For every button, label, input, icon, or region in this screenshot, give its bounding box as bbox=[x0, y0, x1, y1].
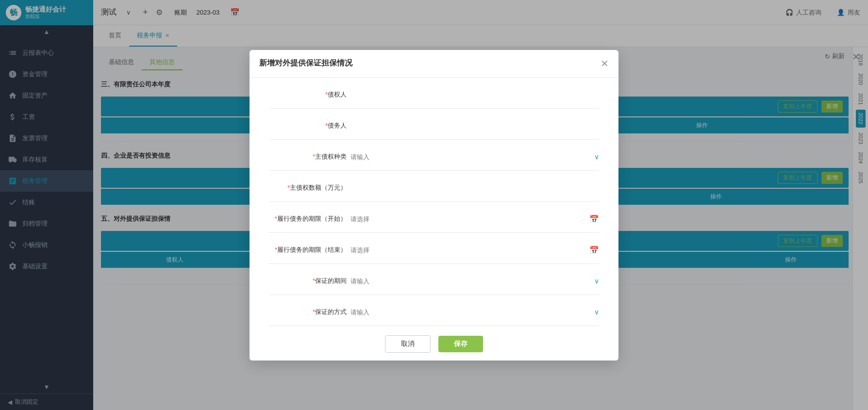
form-row-debt-type: *主债权种类 ∨ bbox=[269, 151, 599, 171]
form-label-debt-amount: *主债权数额（万元） bbox=[269, 183, 347, 192]
creditor-input[interactable] bbox=[347, 89, 599, 100]
form-row-period-start: *履行债务的期限（开始） 📅 bbox=[269, 213, 599, 233]
guarantee-period-input[interactable] bbox=[347, 276, 594, 287]
form-row-creditor: *债权人 bbox=[269, 89, 599, 109]
form-label-creditor: *债权人 bbox=[269, 90, 347, 99]
modal-title: 新增对外提供保证担保情况 bbox=[259, 58, 601, 68]
form-label-guarantee-method: *保证的方式 bbox=[269, 308, 347, 316]
modal-body: *债权人 *债务人 *主债权种类 bbox=[250, 78, 618, 328]
debt-type-chevron-icon[interactable]: ∨ bbox=[594, 153, 599, 161]
period-start-cal-icon[interactable]: 📅 bbox=[589, 214, 599, 224]
form-label-guarantee-period: *保证的期间 bbox=[269, 277, 347, 285]
form-row-debt-amount: *主债权数额（万元） bbox=[269, 182, 599, 202]
debt-type-select-wrap: ∨ bbox=[347, 151, 599, 163]
form-row-guarantee-period: *保证的期间 ∨ bbox=[269, 276, 599, 295]
debtor-input[interactable] bbox=[347, 120, 599, 131]
required-mark: * bbox=[325, 122, 328, 129]
modal-close-icon[interactable]: ✕ bbox=[601, 58, 609, 69]
guarantee-period-select-wrap: ∨ bbox=[347, 276, 599, 287]
required-mark: * bbox=[313, 277, 315, 284]
required-mark: * bbox=[313, 153, 315, 160]
required-mark: * bbox=[275, 215, 277, 222]
guarantee-method-chevron-icon[interactable]: ∨ bbox=[594, 308, 599, 316]
form-label-debtor: *债务人 bbox=[269, 121, 347, 130]
guarantee-method-select-wrap: ∨ bbox=[347, 307, 599, 318]
required-mark: * bbox=[313, 308, 315, 315]
debt-amount-input[interactable] bbox=[347, 182, 599, 194]
form-row-guarantee-method: *保证的方式 ∨ bbox=[269, 307, 599, 326]
period-start-input[interactable] bbox=[347, 213, 589, 225]
period-end-input[interactable] bbox=[347, 245, 589, 256]
form-row-period-end: *履行债务的期限（结束） 📅 bbox=[269, 245, 599, 264]
required-mark: * bbox=[287, 184, 290, 191]
required-mark: * bbox=[275, 246, 277, 253]
form-area: *债权人 *债务人 *主债权种类 bbox=[250, 78, 618, 328]
form-label-debt-type: *主债权种类 bbox=[269, 152, 347, 161]
period-end-cal-icon[interactable]: 📅 bbox=[589, 246, 599, 255]
form-label-period-start: *履行债务的期限（开始） bbox=[269, 214, 347, 223]
form-row-debtor: *债务人 bbox=[269, 120, 599, 140]
modal-header: 新增对外提供保证担保情况 ✕ bbox=[250, 50, 618, 78]
modal-dialog: 新增对外提供保证担保情况 ✕ *债权人 *债务人 bbox=[250, 50, 618, 361]
period-end-wrap: 📅 bbox=[347, 245, 599, 256]
form-label-period-end: *履行债务的期限（结束） bbox=[269, 246, 347, 254]
cancel-button[interactable]: 取消 bbox=[385, 335, 431, 353]
required-mark: * bbox=[325, 91, 328, 98]
period-start-wrap: 📅 bbox=[347, 213, 599, 225]
modal-overlay: 新增对外提供保证担保情况 ✕ *债权人 *债务人 bbox=[0, 0, 868, 410]
guarantee-period-chevron-icon[interactable]: ∨ bbox=[594, 277, 599, 285]
save-button[interactable]: 保存 bbox=[438, 336, 483, 352]
guarantee-method-input[interactable] bbox=[347, 307, 594, 318]
modal-footer: 取消 保存 bbox=[250, 328, 618, 361]
debt-type-input[interactable] bbox=[347, 151, 594, 163]
